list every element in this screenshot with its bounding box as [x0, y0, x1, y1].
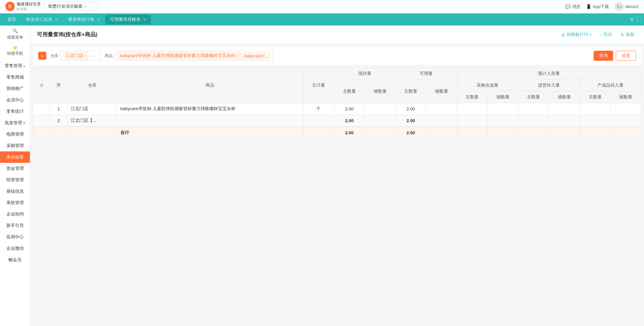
sidebar-item-finance[interactable]: 资金管理 [0, 163, 30, 174]
sidebar-item-retail-label: 零售管理 [4, 63, 22, 69]
tab-receive-label: 收发存汇总表 [26, 16, 52, 22]
sidebar-item-retail-stats[interactable]: 零售统计 [0, 106, 30, 117]
sidebar-item-purchase[interactable]: 采购管理 [0, 140, 30, 151]
sidebar-item-basic[interactable]: 基础信息 [0, 186, 30, 197]
sidebar-item-inventory-label: 库存核算 [4, 154, 26, 160]
user-name: demo2 [625, 4, 639, 9]
cell-available-main-2: 2.00 [395, 115, 426, 127]
sidebar-item-retail-shop[interactable]: 零售商城 [0, 72, 30, 83]
warehouse-label: 仓库 [50, 53, 58, 59]
sidebar-item-operation[interactable]: 经营管理 [0, 174, 30, 186]
sidebar-item-system[interactable]: 系统管理 [0, 197, 30, 208]
th-settings[interactable]: ⚙ [33, 68, 50, 103]
sidebar-item-marketing[interactable]: 营销推广 [0, 83, 30, 94]
content-area: 可用量查询(按仓库+商品) 🖨 按模板打印 ▾ ↑ 导出 ↻ 刷新 [30, 26, 644, 326]
tab-available-stock[interactable]: 可用量库存账本 ✕ [105, 15, 151, 24]
sidebar-item-retail[interactable]: 零售管理 ▲ [0, 60, 30, 72]
cell-incoming-main-1 [518, 103, 549, 115]
logo-sub: 标准版 [17, 7, 41, 11]
sidebar-item-enterprise[interactable]: 企业协同 [0, 208, 30, 220]
search-icon: 🔍 [12, 28, 18, 33]
page-title: 可用量查询(按仓库+商品) [37, 31, 97, 38]
tab-order-close-icon[interactable]: ✕ [97, 17, 100, 22]
warehouse-tag-text: 江北门店 [66, 53, 83, 59]
table-container: ⚙ 序 仓库 商品 主计量 现存量 可用量 预计入库量 主数量 辅数量 主数量 [33, 67, 641, 139]
setting-button[interactable]: 设置 [616, 51, 636, 61]
logo-text: 畅捷通好生意 [17, 2, 41, 6]
export-label: 导出 [603, 32, 612, 38]
refresh-button[interactable]: ↻ 刷新 [618, 30, 637, 39]
total-incoming-main [518, 127, 549, 139]
total-row: 合计 2.00 2.00 [33, 127, 641, 139]
top-bar-right: 💬 消息 📱 App下载 Ea demo2 [565, 2, 639, 11]
sidebar-item-finance-label: 资金管理 [4, 166, 26, 172]
message-button[interactable]: 💬 消息 [565, 4, 581, 10]
sidebar-item-vip[interactable]: 畅会员 [0, 254, 30, 266]
tab-order-stats[interactable]: 要货单统计表 ✕ [63, 15, 105, 24]
avatar: Ea [614, 2, 624, 11]
template-print-button[interactable]: 🖨 按模板打印 ▾ [558, 30, 594, 39]
app-icon: 📱 [586, 4, 591, 9]
tab-expand-icon[interactable]: ⛶ [637, 17, 641, 22]
template-print-label: 按模板打印 [567, 32, 588, 38]
sidebar-item-newguide[interactable]: 新手引导 [0, 220, 30, 231]
warehouse-more-icon[interactable]: ··· [90, 53, 97, 58]
export-button[interactable]: ↑ 导出 [597, 30, 615, 39]
sidebar-search[interactable]: 🔍 搜索菜单 [0, 26, 30, 43]
tab-bar-actions: ✕ ⛶ [630, 17, 641, 22]
th-product-aux: 辅数量 [610, 91, 641, 103]
tab-receive-close-icon[interactable]: ✕ [55, 17, 58, 22]
cell-product-1: babycare学饮杯 儿童防摔防撞吸管杯重力球吸嘴杯宝宝水杯 [117, 103, 304, 115]
cell-product-main-2 [580, 115, 610, 127]
cell-no-1: 1 [50, 103, 67, 115]
warehouse-tag-close-icon[interactable]: × [84, 54, 86, 58]
query-button[interactable]: 查询 [594, 51, 613, 61]
th-available-aux: 辅数量 [426, 80, 457, 103]
top-bar: 好 畅捷通好生意 标准版 母婴行业演示账套 ▾ 💬 消息 📱 App下载 Ea … [0, 0, 644, 13]
sidebar-quick-nav[interactable]: ⭐ 快捷导航 [0, 43, 30, 59]
sidebar-item-wholesale-label: 批发管理 [4, 120, 22, 126]
sidebar: 🔍 搜索菜单 ⭐ 快捷导航 零售管理 ▲ 零售商城 营销推广 会员中心 零售统计 [0, 26, 30, 326]
expand-button[interactable]: » [38, 52, 46, 60]
table-row: 1 江北门店 babycare学饮杯 儿童防摔防撞吸管杯重力球吸嘴杯宝宝水杯 个… [33, 103, 641, 115]
product-tag-1-text: babycare学饮杯 儿童防摔防撞吸管杯重力球吸嘴杯宝宝水杯 [120, 53, 235, 59]
warehouse-tag-container[interactable]: 江北门店 × ··· [60, 51, 101, 61]
tab-home[interactable]: 首页 [3, 15, 21, 24]
app-download-button[interactable]: 📱 App下载 [586, 4, 609, 10]
page-header: 可用量查询(按仓库+商品) 🖨 按模板打印 ▾ ↑ 导出 ↻ 刷新 [30, 26, 644, 44]
cell-product-2 [117, 115, 304, 127]
chevron-icon: ▲ [22, 64, 26, 68]
product-tag-1-close-icon[interactable]: × [236, 54, 238, 58]
settings-icon[interactable]: ⚙ [40, 83, 44, 88]
th-unit: 主计量 [303, 68, 334, 103]
th-no: 序 [50, 68, 67, 103]
th-incoming-main: 主数量 [518, 91, 549, 103]
total-unit [303, 127, 334, 139]
th-available: 可用量 [395, 68, 457, 80]
sidebar-item-inventory[interactable]: 库存核算 [0, 151, 30, 163]
tab-available-close-icon[interactable]: ✕ [143, 17, 146, 22]
total-purchase-main [457, 127, 488, 139]
total-label: 合计 [117, 127, 304, 139]
product-tag-container[interactable]: babycare学饮杯 儿童防摔防撞吸管杯重力球吸嘴杯宝宝水杯 × babyca… [115, 51, 273, 61]
cell-purchase-main-2 [457, 115, 488, 127]
tab-close-all-icon[interactable]: ✕ [630, 17, 634, 22]
total-product-main [580, 127, 610, 139]
th-current-aux: 辅数量 [365, 80, 395, 103]
sidebar-item-ecommerce-label: 电商管理 [4, 131, 26, 137]
header-actions: 🖨 按模板打印 ▾ ↑ 导出 ↻ 刷新 [558, 30, 638, 39]
logo-icon: 好 [5, 2, 15, 11]
sidebar-item-member[interactable]: 会员中心 [0, 94, 30, 106]
sidebar-item-ecommerce[interactable]: 电商管理 [0, 129, 30, 140]
sidebar-item-wechat[interactable]: 企业微信 [0, 243, 30, 254]
store-selector[interactable]: 母婴行业演示账套 ▾ [44, 2, 98, 11]
tab-receive-summary[interactable]: 收发存汇总表 ✕ [21, 15, 63, 24]
sidebar-item-newguide-label: 新手引导 [4, 223, 26, 229]
sidebar-item-appstore[interactable]: 应用中心 [0, 231, 30, 243]
app-label: App下载 [593, 4, 609, 10]
refresh-icon: ↻ [621, 32, 625, 37]
cell-current-aux-1 [365, 103, 395, 115]
user-avatar-area[interactable]: Ea demo2 [614, 2, 639, 11]
table-footer: 合计 2.00 2.00 [33, 127, 641, 139]
sidebar-item-wholesale[interactable]: 批发管理 ▼ [0, 117, 30, 129]
